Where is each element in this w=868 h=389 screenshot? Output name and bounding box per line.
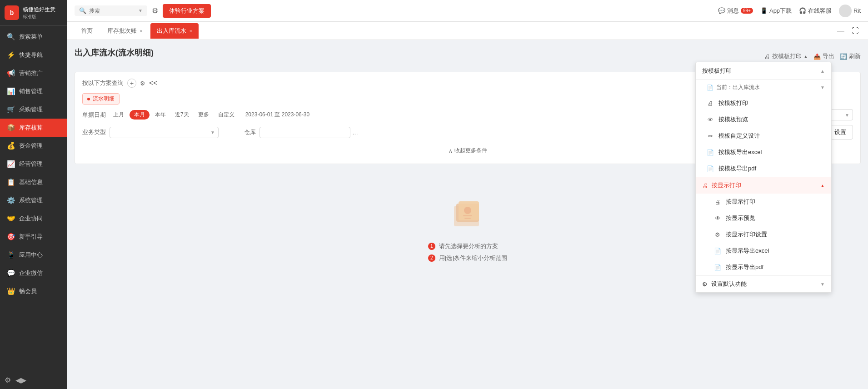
- date-tab-last-month[interactable]: 上月: [110, 110, 128, 120]
- filter-add-btn[interactable]: +: [127, 79, 136, 88]
- warehouse-input[interactable]: [259, 127, 350, 138]
- printer-icon: 🖨: [707, 100, 714, 107]
- dropdown-item-label: 按显示导出excel: [726, 247, 769, 255]
- sidebar-item-operation[interactable]: 📈 经营管理: [0, 155, 67, 173]
- dropdown-item-display-pdf[interactable]: 📄 按显示导出pdf: [696, 259, 831, 275]
- sales-nav-icon: 📊: [6, 87, 15, 96]
- tab-maximize-btn[interactable]: ⛶: [850, 25, 861, 37]
- date-tab-7days[interactable]: 近7天: [171, 110, 193, 120]
- dropdown-item-display-preview[interactable]: 👁 按显示预览: [696, 210, 831, 226]
- dropdown-item-display-excel[interactable]: 📄 按显示导出excel: [696, 243, 831, 259]
- pdf2-icon: 📄: [714, 264, 721, 271]
- refresh-icon: 🔄: [840, 53, 847, 60]
- export-label: 导出: [823, 52, 834, 60]
- sidebar-item-app-center[interactable]: 📱 应用中心: [0, 246, 67, 264]
- filter-tag-flow[interactable]: 流水明细: [82, 93, 120, 105]
- dropdown-header-chevron[interactable]: ▲: [820, 69, 825, 74]
- sidebar-nav: 🔍 搜索菜单 ⚡ 快捷导航 📢 营销推广 📊 销售管理 🛒 采购管理 📦 库存核…: [0, 26, 67, 371]
- tab-batch-label: 库存批次账: [107, 27, 137, 35]
- filter-header-label: 按以下方案查询: [82, 79, 124, 87]
- business-type-select[interactable]: [110, 127, 219, 138]
- user-avatar: [839, 5, 852, 17]
- sidebar-item-system[interactable]: ⚙️ 系统管理: [0, 191, 67, 209]
- dropdown-item-template-pdf[interactable]: 📄 按模板导出pdf: [696, 160, 831, 177]
- pdf-icon: 📄: [707, 165, 714, 172]
- sidebar-item-purchase[interactable]: 🛒 采购管理: [0, 100, 67, 119]
- online-service-label: 在线客服: [808, 7, 832, 15]
- sidebar-item-basic[interactable]: 📋 基础信息: [0, 173, 67, 191]
- settings2-icon: ⚙: [714, 231, 721, 238]
- inventory-nav-icon: 📦: [6, 123, 15, 132]
- sidebar-item-label: 搜索菜单: [19, 33, 43, 41]
- sidebar-item-sales[interactable]: 📊 销售管理: [0, 82, 67, 100]
- date-label: 单据日期: [82, 111, 106, 119]
- refresh-btn[interactable]: 🔄 刷新: [840, 52, 861, 60]
- search-input[interactable]: [89, 8, 135, 14]
- sidebar-item-shortcut[interactable]: ⚡ 快捷导航: [0, 46, 67, 64]
- warehouse-more-btn[interactable]: …: [352, 129, 358, 136]
- app-download-btn[interactable]: 📱 App下载: [760, 7, 792, 15]
- tab-home[interactable]: 首页: [75, 23, 99, 39]
- sidebar-item-cooperation[interactable]: 🤝 企业协同: [0, 209, 67, 228]
- display-group-chevron[interactable]: ▲: [820, 183, 825, 188]
- print-icon: 🖨: [764, 53, 770, 60]
- chevron-up-icon: ∧: [449, 148, 453, 154]
- sidebar-item-inventory[interactable]: 📦 库存核算: [0, 119, 67, 137]
- sidebar-item-label: 企业微信: [19, 269, 43, 277]
- dropdown-footer-settings[interactable]: ⚙ 设置默认功能 ▼: [696, 276, 831, 292]
- filter-gear-btn[interactable]: ⚙: [140, 80, 145, 87]
- display-print-icon: 🖨: [702, 182, 708, 189]
- user-menu-btn[interactable]: Rit: [839, 5, 861, 17]
- topbar-search-box[interactable]: 🔍 ▼: [75, 5, 147, 16]
- dropdown-item-template-custom[interactable]: ✏ 模板自定义设计: [696, 128, 831, 144]
- filter-business-item: 业务类型 ▼: [82, 127, 219, 138]
- online-service-btn[interactable]: 🎧 在线客服: [799, 7, 832, 15]
- topbar-gear-btn[interactable]: ⚙: [152, 6, 158, 15]
- date-tab-this-month[interactable]: 本月: [130, 110, 150, 120]
- export-btn[interactable]: 📤 导出: [813, 52, 834, 60]
- tab-batch-close[interactable]: ×: [140, 28, 142, 34]
- sidebar-item-label: 快捷导航: [19, 51, 43, 59]
- message-label: 消息: [727, 7, 739, 15]
- sidebar-item-search[interactable]: 🔍 搜索菜单: [0, 28, 67, 46]
- filter-tag-dot: [87, 98, 90, 100]
- tab-actions: — ⛶: [835, 25, 861, 37]
- date-tab-this-year[interactable]: 本年: [151, 110, 170, 120]
- content-area: 出入库流水(流水明细) 🖨 按模板打印 ▲ 📤 导出 🔄 刷新: [67, 40, 868, 389]
- message-btn[interactable]: 💬 消息 99+: [718, 7, 753, 15]
- dropdown-item-display-settings[interactable]: ⚙ 按显示打印设置: [696, 226, 831, 243]
- topbar-left: 🔍 ▼ ⚙ 体验行业方案: [75, 4, 211, 18]
- trial-button[interactable]: 体验行业方案: [163, 4, 211, 18]
- footer-settings-icon: ⚙: [702, 281, 708, 288]
- dropdown-item-template-excel[interactable]: 📄 按模板导出excel: [696, 144, 831, 160]
- member-nav-icon: 👑: [6, 287, 15, 296]
- sidebar-settings-btn[interactable]: ⚙: [5, 376, 11, 384]
- current-chevron-icon[interactable]: ▼: [820, 85, 825, 90]
- topbar: 🔍 ▼ ⚙ 体验行业方案 💬 消息 99+ 📱 App下载 🎧 在线客服: [67, 0, 868, 22]
- date-tab-custom[interactable]: 自定义: [215, 110, 238, 120]
- sidebar-item-wechat[interactable]: 💬 企业微信: [0, 264, 67, 282]
- tab-flow[interactable]: 出入库流水 ×: [150, 23, 198, 39]
- date-tab-more[interactable]: 更多: [195, 110, 213, 120]
- search-dropdown-arrow[interactable]: ▼: [138, 8, 143, 13]
- display-group-header[interactable]: 🖨 按显示打印 ▲: [696, 177, 831, 194]
- tab-batch[interactable]: 库存批次账 ×: [101, 23, 149, 39]
- sidebar-item-guide[interactable]: 🎯 新手引导: [0, 228, 67, 246]
- tab-minimize-btn[interactable]: —: [835, 25, 846, 37]
- logo-text-area: 畅捷通好生意 标准版: [23, 6, 55, 20]
- template-print-btn[interactable]: 🖨 按模板打印 ▲: [764, 52, 808, 60]
- sidebar-item-label: 经营管理: [19, 160, 43, 168]
- filter-collapse-btn[interactable]: <<: [149, 79, 158, 87]
- dropdown-item-template-print[interactable]: 🖨 按模板打印: [696, 95, 831, 111]
- logo-area: b 畅捷通好生意 标准版: [0, 0, 67, 26]
- sidebar-item-member[interactable]: 👑 畅会员: [0, 282, 67, 300]
- dropdown-item-display-print[interactable]: 🖨 按显示打印: [696, 194, 831, 210]
- message-icon: 💬: [718, 7, 725, 14]
- sidebar-item-finance[interactable]: 💰 资金管理: [0, 137, 67, 155]
- sidebar-item-marketing[interactable]: 📢 营销推广: [0, 64, 67, 82]
- tab-flow-close[interactable]: ×: [189, 28, 192, 34]
- dropdown-item-label: 按显示打印设置: [726, 230, 767, 239]
- sidebar-collapse-btn[interactable]: ◀▶: [15, 376, 26, 384]
- dropdown-title: 按模板打印: [702, 67, 732, 75]
- dropdown-item-template-preview[interactable]: 👁 按模板预览: [696, 111, 831, 128]
